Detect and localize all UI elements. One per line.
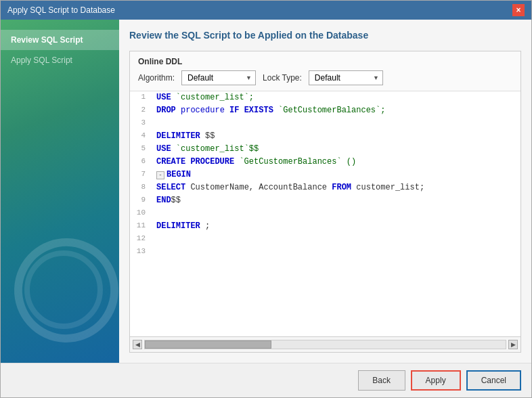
main-window: Apply SQL Script to Database × Review SQ… xyxy=(0,0,532,398)
line-number: 5 xyxy=(130,143,154,156)
sidebar-item-apply[interactable]: Apply SQL Script xyxy=(1,50,119,70)
ddl-controls: Algorithm: Default Instant Inplace Copy … xyxy=(138,70,512,85)
sidebar-item-review[interactable]: Review SQL Script xyxy=(1,30,119,50)
line-code xyxy=(154,233,520,246)
line-code: -BEGIN xyxy=(154,169,520,181)
line-number: 6 xyxy=(130,156,154,169)
locktype-label: Lock Type: xyxy=(263,73,302,83)
fold-button[interactable]: - xyxy=(156,171,164,179)
table-row: 11DELIMITER ; xyxy=(130,220,520,233)
table-row: 5USE `customer_list`$$ xyxy=(130,143,520,156)
content-area: Review SQL Script Apply SQL Script Revie… xyxy=(1,20,531,363)
algorithm-label: Algorithm: xyxy=(138,73,175,83)
table-row: 10 xyxy=(130,207,520,220)
table-row: 8SELECT CustomerName, AccountBalance FRO… xyxy=(130,181,520,194)
line-number: 2 xyxy=(130,104,154,117)
sidebar: Review SQL Script Apply SQL Script xyxy=(1,20,119,363)
line-number: 13 xyxy=(130,246,154,259)
line-code: DROP procedure IF EXISTS `GetCustomerBal… xyxy=(154,104,520,117)
table-row: 2DROP procedure IF EXISTS `GetCustomerBa… xyxy=(130,104,520,117)
ddl-section: Online DDL Algorithm: Default Instant In… xyxy=(129,51,521,353)
algorithm-select[interactable]: Default Instant Inplace Copy xyxy=(181,70,256,85)
code-area[interactable]: 1USE `customer_list`;2DROP procedure IF … xyxy=(130,91,520,336)
line-number: 7 xyxy=(130,169,154,181)
table-row: 9END$$ xyxy=(130,194,520,207)
main-content: Review the SQL Script to be Applied on t… xyxy=(119,20,531,363)
table-row: 6CREATE PROCEDURE `GetCustomerBalances` … xyxy=(130,156,520,169)
line-code: DELIMITER ; xyxy=(154,220,520,233)
locktype-select[interactable]: Default None Shared Exclusive xyxy=(309,70,383,85)
line-number: 1 xyxy=(130,91,154,104)
line-number: 3 xyxy=(130,117,154,130)
line-code: DELIMITER $$ xyxy=(154,130,520,143)
table-row: 1USE `customer_list`; xyxy=(130,91,520,104)
line-code: SELECT CustomerName, AccountBalance FROM… xyxy=(154,181,520,194)
cancel-button[interactable]: Cancel xyxy=(466,370,521,391)
horizontal-scrollbar[interactable]: ◀ ▶ xyxy=(130,336,520,352)
line-code: USE `customer_list`$$ xyxy=(154,143,520,156)
line-code xyxy=(154,117,520,130)
line-code: CREATE PROCEDURE `GetCustomerBalances` (… xyxy=(154,156,520,169)
ddl-header: Online DDL Algorithm: Default Instant In… xyxy=(130,51,520,91)
line-code: END$$ xyxy=(154,194,520,207)
line-number: 11 xyxy=(130,220,154,233)
line-number: 4 xyxy=(130,130,154,143)
line-code xyxy=(154,246,520,259)
window-title: Apply SQL Script to Database xyxy=(7,5,115,15)
page-title: Review the SQL Script to be Applied on t… xyxy=(129,30,521,41)
footer: Back Apply Cancel xyxy=(1,363,531,397)
algorithm-select-wrapper: Default Instant Inplace Copy xyxy=(181,70,256,85)
scroll-left-button[interactable]: ◀ xyxy=(133,340,142,349)
title-bar: Apply SQL Script to Database × xyxy=(1,1,531,20)
apply-button[interactable]: Apply xyxy=(411,370,461,391)
ddl-label: Online DDL xyxy=(138,57,512,66)
table-row: 4DELIMITER $$ xyxy=(130,130,520,143)
scroll-right-button[interactable]: ▶ xyxy=(508,340,518,349)
line-number: 8 xyxy=(130,181,154,194)
line-number: 10 xyxy=(130,207,154,220)
line-code: USE `customer_list`; xyxy=(154,91,520,104)
table-row: 3 xyxy=(130,117,520,130)
table-row: 13 xyxy=(130,246,520,259)
line-number: 12 xyxy=(130,233,154,246)
code-table: 1USE `customer_list`;2DROP procedure IF … xyxy=(130,91,520,259)
line-code xyxy=(154,207,520,220)
scroll-thumb[interactable] xyxy=(145,340,271,349)
back-button[interactable]: Back xyxy=(358,370,405,391)
locktype-select-wrapper: Default None Shared Exclusive xyxy=(309,70,383,85)
line-number: 9 xyxy=(130,194,154,207)
scroll-track[interactable] xyxy=(144,340,506,349)
table-row: 7-BEGIN xyxy=(130,169,520,181)
table-row: 12 xyxy=(130,233,520,246)
close-button[interactable]: × xyxy=(512,4,525,16)
